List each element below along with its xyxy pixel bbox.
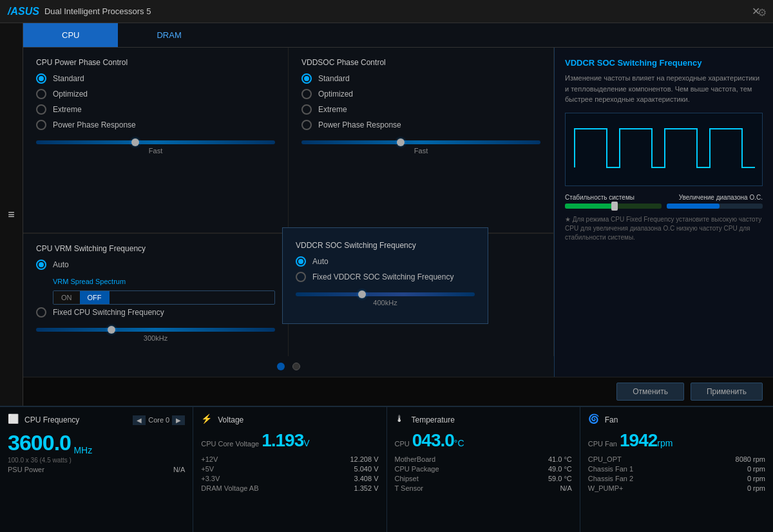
- vddcr-fixed[interactable]: Fixed VDDCR SOC Switching Frequency: [296, 272, 475, 282]
- dot-1[interactable]: [277, 363, 285, 370]
- cancel-button[interactable]: Отменить: [616, 383, 684, 401]
- vddsoc-standard[interactable]: Standard: [301, 73, 540, 84]
- vddcr-slider-track[interactable]: [296, 292, 475, 296]
- core-prev-btn[interactable]: ◀: [133, 415, 146, 425]
- asus-logo: /ASUS: [8, 6, 39, 17]
- cpu-freq-unit: MHz: [73, 445, 92, 455]
- vrm-on-btn[interactable]: ON: [53, 291, 80, 304]
- tsensor-value: N/A: [560, 484, 571, 492]
- voltage-icon: ⚡: [201, 413, 214, 426]
- cpu-vrm-title: CPU VRM Switching Frequency: [36, 244, 275, 253]
- label-optimized: Optimized: [53, 90, 88, 99]
- tab-dram[interactable]: DRAM: [118, 23, 220, 47]
- vddsoc-phase-section: VDDSOC Phase Control Standard Optimized …: [289, 48, 554, 233]
- stability-label: Стабильность системы: [565, 194, 635, 201]
- tab-bar: CPU DRAM: [23, 23, 773, 48]
- oc-label: Увеличение диапазона О.С.: [679, 194, 763, 201]
- chassis2-row: Chassis Fan 2 0 rpm: [588, 475, 765, 482]
- vrm-slider-thumb[interactable]: [108, 326, 115, 334]
- pkg-label: CPU Package: [395, 465, 439, 473]
- cpu-freq-title: CPU Frequency: [24, 415, 79, 424]
- temp-icon: 🌡: [395, 413, 408, 426]
- status-bar: ⬜ CPU Frequency ◀ Core 0 ▶ 3600.0 MHz 10…: [0, 406, 773, 532]
- page-dots: [23, 356, 554, 377]
- v33-label: +3.3V: [201, 475, 220, 482]
- vddcr-slider-container: 400kHz: [296, 289, 475, 310]
- radio-vddcr-auto: [296, 256, 306, 267]
- label-standard: Standard: [53, 74, 84, 83]
- vddcr-auto[interactable]: Auto: [296, 256, 475, 267]
- cpu-temp-label: CPU: [395, 440, 410, 448]
- vddsoc-slider-container: Fast: [301, 137, 540, 158]
- menu-icon: ≡: [8, 208, 15, 222]
- vddcr-slider-thumb[interactable]: [358, 290, 366, 298]
- top-controls: CPU Power Phase Control Standard Optimiz…: [23, 48, 554, 233]
- vrm-slider-label: 300kHz: [36, 334, 275, 342]
- cpu-opt-label: CPU_OPT: [588, 455, 622, 463]
- label-vrm-fixed: Fixed CPU Switching Frequency: [53, 308, 164, 317]
- cpu-freq-section: ⬜ CPU Frequency ◀ Core 0 ▶ 3600.0 MHz 10…: [0, 407, 193, 532]
- settings-icon[interactable]: ⚙: [758, 6, 767, 19]
- cpu-fan-value: 1942: [620, 430, 657, 451]
- vddcr-soc-section: VDDCR SOC Switching Frequency Auto Fixed…: [289, 233, 554, 356]
- label-response: Power Phase Response: [53, 120, 136, 129]
- tab-cpu[interactable]: CPU: [23, 23, 118, 47]
- fan-icon: 🌀: [588, 413, 601, 426]
- sidebar-toggle[interactable]: ≡: [0, 23, 23, 406]
- voltage-header: ⚡ Voltage: [201, 413, 378, 426]
- vrm-toggle[interactable]: ON OFF: [53, 290, 275, 305]
- vddsoc-slider-thumb[interactable]: [397, 138, 405, 146]
- footnote: ★ Для режима CPU Fixed Frequency установ…: [565, 215, 763, 242]
- apply-button[interactable]: Применить: [691, 383, 763, 401]
- cpu-fan-label: CPU Fan: [588, 440, 617, 448]
- cpu-vrm-section: CPU VRM Switching Frequency Auto VRM Spr…: [23, 233, 289, 356]
- frequency-chart: [565, 113, 763, 186]
- vddsoc-response[interactable]: Power Phase Response: [301, 120, 540, 130]
- psu-value: N/A: [173, 466, 185, 473]
- title-bar: /ASUS Dual Intelligent Processors 5 ✕: [0, 0, 773, 23]
- cpu-phase-extreme[interactable]: Extreme: [36, 104, 275, 115]
- vddsoc-phase-title: VDDSOC Phase Control: [301, 58, 540, 67]
- vrm-slider-track[interactable]: [36, 328, 275, 332]
- core-voltage-unit: V: [303, 438, 309, 448]
- tsensor-row: T Sensor N/A: [395, 484, 572, 492]
- dot-2[interactable]: [292, 363, 300, 370]
- vddcr-popup: VDDCR SOC Switching Frequency Auto Fixed…: [282, 227, 488, 324]
- label-vddsoc-standard: Standard: [318, 74, 350, 83]
- cpu-vrm-auto[interactable]: Auto: [36, 260, 275, 270]
- v12-value: 12.208 V: [350, 455, 378, 463]
- core-voltage-row: CPU Core Voltage 1.193 V: [201, 430, 378, 451]
- cpu-phase-slider-track[interactable]: [36, 140, 275, 144]
- vrm-slider-container: 300kHz: [36, 324, 275, 346]
- cpu-phase-response[interactable]: Power Phase Response: [36, 120, 275, 130]
- fan-title: Fan: [605, 415, 618, 424]
- cpu-opt-row: CPU_OPT 8080 rpm: [588, 455, 765, 463]
- mb-label: MotherBoard: [395, 455, 436, 463]
- voltage-section: ⚡ Voltage CPU Core Voltage 1.193 V +12V …: [193, 407, 386, 532]
- cpu-vrm-fixed[interactable]: Fixed CPU Switching Frequency: [36, 307, 275, 318]
- cpu-phase-standard[interactable]: Standard: [36, 73, 275, 84]
- cpu-phase-optimized[interactable]: Optimized: [36, 89, 275, 99]
- info-description: Изменение частоты влияет на переходные х…: [565, 73, 763, 105]
- chipset-temp-row: Chipset 59.0 °C: [395, 475, 572, 482]
- info-panel: VDDCR SOC Switching Frequency Изменение …: [554, 48, 773, 377]
- core-voltage-value: 1.193: [262, 430, 303, 451]
- cpu-phase-slider-thumb[interactable]: [131, 138, 139, 146]
- mb-temp-row: MotherBoard 41.0 °C: [395, 455, 572, 463]
- voltage-33v-row: +3.3V 3.408 V: [201, 475, 378, 482]
- temperature-section: 🌡 Temperature CPU 043.0 °C MotherBoard 4…: [387, 407, 580, 532]
- core-label: Core 0: [148, 416, 169, 424]
- wpump-row: W_PUMP+ 0 rpm: [588, 484, 765, 492]
- core-next-btn[interactable]: ▶: [172, 415, 185, 425]
- vddsoc-extreme[interactable]: Extreme: [301, 104, 540, 115]
- radio-vddsoc-optimized: [301, 89, 312, 99]
- stability-thumb[interactable]: [611, 202, 618, 211]
- vddcr-slider-label: 400kHz: [296, 299, 475, 307]
- dram-v-label: DRAM Voltage AB: [201, 484, 258, 492]
- label-vddsoc-response: Power Phase Response: [318, 120, 401, 129]
- cpu-fan-row: CPU Fan 1942 rpm: [588, 430, 765, 451]
- vddsoc-slider-track[interactable]: [301, 140, 540, 144]
- vrm-off-btn[interactable]: OFF: [80, 291, 110, 304]
- vddsoc-optimized[interactable]: Optimized: [301, 89, 540, 99]
- radio-optimized: [36, 89, 46, 99]
